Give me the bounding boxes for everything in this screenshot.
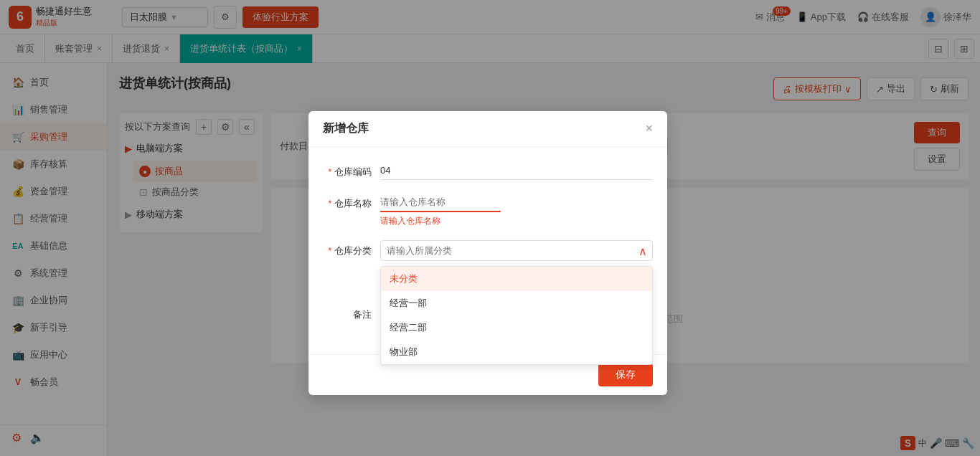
required-star: * [328, 166, 331, 177]
required-star-name: * [328, 198, 331, 209]
category-select-wrap: ∧ 未分类 经营一部 经营二部 物业部 [380, 240, 653, 261]
dropdown-item-property[interactable]: 物业部 [381, 340, 652, 364]
name-error-msg: 请输入仓库名称 [380, 215, 501, 227]
dropdown-item-ops2[interactable]: 经营二部 [381, 315, 652, 340]
modal-body: * 仓库编码 * 仓库名称 请输入仓库名称 * 仓库分类 [308, 147, 667, 354]
dropdown-item-ops1[interactable]: 经营一部 [381, 291, 652, 315]
name-label-text: 仓库名称 [334, 198, 372, 209]
name-input[interactable] [380, 193, 501, 212]
category-arrow-icon[interactable]: ∧ [639, 244, 647, 257]
save-button[interactable]: 保存 [598, 364, 653, 386]
note-label-text: 备注 [353, 309, 372, 320]
category-label: * 仓库分类 [323, 240, 380, 257]
code-field-row: * 仓库编码 [323, 161, 653, 180]
code-label: * 仓库编码 [323, 161, 380, 179]
name-field-row: * 仓库名称 请输入仓库名称 [323, 193, 653, 227]
category-dropdown: 未分类 经营一部 经营二部 物业部 [380, 266, 653, 365]
required-star-cat: * [328, 245, 331, 256]
modal-title: 新增仓库 [323, 121, 369, 136]
modal-header: 新增仓库 × [308, 111, 667, 147]
new-warehouse-modal: 新增仓库 × * 仓库编码 * 仓库名称 请输入仓库名称 [308, 111, 667, 395]
modal-close-button[interactable]: × [645, 121, 653, 136]
dropdown-item-uncategorized[interactable]: 未分类 [381, 267, 652, 291]
note-label: 备注 [323, 304, 380, 321]
code-input[interactable] [380, 161, 653, 180]
name-label: * 仓库名称 [323, 193, 380, 210]
category-field-row: * 仓库分类 ∧ 未分类 经营一部 经营二部 物业部 [323, 240, 653, 261]
category-label-text: 仓库分类 [334, 245, 372, 256]
category-input[interactable] [380, 240, 653, 261]
code-label-text: 仓库编码 [334, 166, 372, 177]
